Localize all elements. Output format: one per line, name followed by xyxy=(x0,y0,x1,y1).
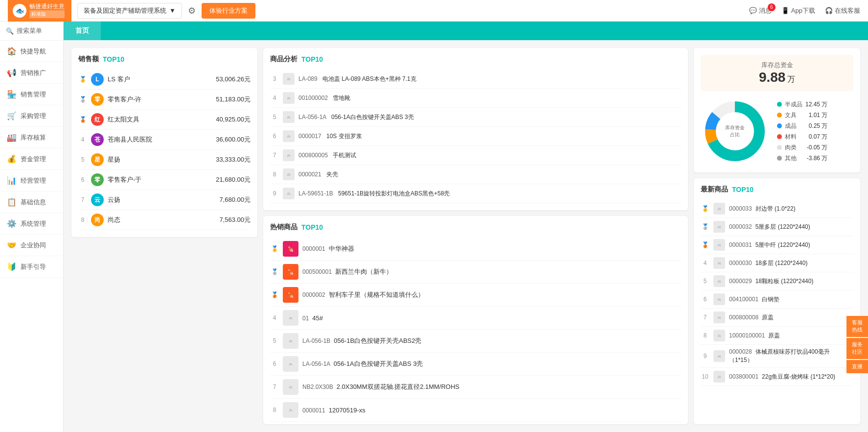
sidebar-item-purchase[interactable]: 🛒 采购管理 xyxy=(0,105,63,127)
rank-badge-bronze: 🥉 xyxy=(701,241,709,248)
customer-name: 零售客户-于 xyxy=(108,175,212,184)
product-name: 056-1A白色按键开关盖ABS 3壳 xyxy=(331,114,414,120)
sidebar-item-cooperation[interactable]: 🤝 企业协同 xyxy=(0,235,63,256)
logo-icon: 🐟 xyxy=(13,4,26,18)
avatar: 苍 xyxy=(91,133,104,146)
inventory-legend: 半成品 12.45 万 文具 1.01 万 成品 0.25 万 材料 0.07 … xyxy=(777,100,827,163)
legend-category-value: 1.01 万 xyxy=(809,111,828,120)
product-info: 0000001 中华神器 xyxy=(302,244,681,253)
legend-category-value: -0.05 万 xyxy=(807,144,828,152)
float-customer-service[interactable]: 客服热线 xyxy=(846,316,868,337)
inventory-summary: 库存总资金 9.88 万 xyxy=(701,55,853,91)
legend-category-value: -3.86 万 xyxy=(807,154,828,163)
product-img: Ai xyxy=(283,130,295,142)
product-img: Ai xyxy=(283,188,295,199)
sidebar-item-finance[interactable]: 💰 资金管理 xyxy=(0,148,63,170)
rank-badge-gold: 🥇 xyxy=(270,245,279,252)
sidebar-label-quick-nav: 快捷导航 xyxy=(21,47,46,56)
legend-category-value: 0.07 万 xyxy=(809,133,828,141)
product-info: 000800005 手机测试 xyxy=(298,151,681,160)
sidebar-label-basic: 基础信息 xyxy=(21,198,46,207)
marketing-icon: 📢 xyxy=(7,68,17,77)
customer-row: 6 零 零售客户-于 21,680.00元 xyxy=(78,170,251,190)
product-thumbnail: 🍖 xyxy=(283,287,298,303)
sidebar-item-quick-nav[interactable]: 🏠 快捷导航 xyxy=(0,41,63,62)
sidebar-item-system[interactable]: ⚙️ 系统管理 xyxy=(0,213,63,235)
rank-badge-bronze: 🥉 xyxy=(78,116,87,123)
product-img: Ai xyxy=(283,111,295,123)
float-live[interactable]: 直播 xyxy=(846,360,868,373)
sidebar-item-sales[interactable]: 🏪 销售管理 xyxy=(0,84,63,105)
new-product-thumbnail: Ai xyxy=(713,350,725,362)
rank-badge-gold: 🥇 xyxy=(701,205,709,212)
rank-number: 6 xyxy=(701,296,709,303)
hot-products-title: 热销商品 TOP10 xyxy=(270,223,681,232)
svg-text:占比: 占比 xyxy=(730,132,740,137)
rank-number: 9 xyxy=(270,190,279,197)
product-info: 001000002 雪地靴 xyxy=(298,94,681,102)
rank-number: 7 xyxy=(78,196,87,203)
customer-amount: 7,563.00元 xyxy=(219,216,251,224)
new-product-code: 004100001 xyxy=(729,296,760,303)
mid-product-row: 4 Ai 001000002 雪地靴 xyxy=(270,89,681,108)
customer-amount: 53,006.26元 xyxy=(216,75,251,84)
new-product-code: 0000028 xyxy=(729,348,754,355)
new-product-row: 🥈 Ai 0000032 5厘多层 (1220*2440) xyxy=(701,218,853,236)
online-service-item[interactable]: 🎧 在线客服 xyxy=(825,6,860,15)
app-download-item[interactable]: 📱 App下载 xyxy=(781,6,815,15)
rank-number: 8 xyxy=(270,407,279,413)
mid-product-row: 3 Ai LA-089 电池盖 LA-089 ABS本色+黑种 7.1克 xyxy=(270,70,681,89)
sidebar-item-basic[interactable]: 📋 基础信息 xyxy=(0,192,63,213)
customer-row: 7 云 云扬 7,680.00元 xyxy=(78,190,251,210)
product-name: 手机测试 xyxy=(333,152,356,159)
sidebar-item-inventory[interactable]: 🏭 库存核算 xyxy=(0,127,63,148)
product-code: LA-056-1B xyxy=(302,337,332,344)
rank-badge-silver: 🥈 xyxy=(270,268,279,275)
mid-product-row: 7 Ai 000800005 手机测试 xyxy=(270,146,681,165)
float-community[interactable]: 服务社区 xyxy=(846,338,868,359)
legend-item: 半成品 12.45 万 xyxy=(777,100,827,109)
new-product-info: 0000033 封边带 (1.0*22) xyxy=(729,205,853,213)
product-code: 000800005 xyxy=(298,152,331,159)
new-product-info: 0000030 18多层 (1220*2440) xyxy=(729,259,853,267)
new-product-info: 10000100001 原盖 xyxy=(729,332,853,340)
product-thumbnail: 🍖 xyxy=(283,264,298,280)
new-product-row: 4 Ai 0000030 18多层 (1220*2440) xyxy=(701,254,853,272)
sidebar-label-purchase: 采购管理 xyxy=(21,112,46,120)
rank-number: 5 xyxy=(270,114,279,120)
basic-icon: 📋 xyxy=(7,197,17,207)
top-header: 🐟 畅捷通好生意 标准版 装备及固定资产辅助管理系统 ▼ ⚙ 体验行业方案 💬 … xyxy=(0,0,868,22)
sidebar-search[interactable]: 🔍 搜索菜单 xyxy=(0,22,63,41)
system-selector[interactable]: 装备及固定资产辅助管理系统 ▼ xyxy=(77,3,182,19)
online-service-label: 在线客服 xyxy=(835,6,860,15)
sidebar-item-operation[interactable]: 📊 经营管理 xyxy=(0,170,63,192)
rank-number: 6 xyxy=(270,360,279,367)
product-info: 0000017 10S 变扭罗浆 xyxy=(298,132,681,141)
legend-category-value: 12.45 万 xyxy=(805,100,827,109)
avatar: L xyxy=(91,73,104,86)
product-code: 000500001 xyxy=(302,268,333,275)
header-right: 💬 消息 6 📱 App下载 🎧 在线客服 xyxy=(749,6,860,15)
customer-row: 8 尚 尚态 7,563.00元 xyxy=(78,210,251,230)
tab-home[interactable]: 首页 xyxy=(64,22,101,40)
rank-number: 6 xyxy=(78,176,87,183)
legend-category-name: 肉类 xyxy=(785,144,804,152)
inventory-unit: 万 xyxy=(787,75,795,83)
rank-number: 4 xyxy=(270,95,279,101)
inventory-icon: 🏭 xyxy=(7,133,17,142)
app-name: 畅捷通好生意 xyxy=(29,3,65,11)
rank-number: 7 xyxy=(701,314,709,321)
settings-icon[interactable]: ⚙ xyxy=(188,5,196,16)
message-item[interactable]: 💬 消息 6 xyxy=(749,6,772,15)
new-product-info: 004100001 白钢垫 xyxy=(729,295,853,304)
customer-name: 零售客户-许 xyxy=(108,95,212,104)
hot-product-row: 7 Ai NB2.0X30B 2.0X30MM双搓花轴.搓花直径2.1MM/RO… xyxy=(270,376,681,399)
product-code: 0000001 xyxy=(302,245,327,252)
customer-amount: 40,925.00元 xyxy=(216,115,251,124)
trial-button[interactable]: 体验行业方案 xyxy=(202,3,255,19)
new-product-name: 封边带 (1.0*22) xyxy=(755,205,796,212)
sidebar-item-marketing[interactable]: 📢 营销推广 xyxy=(0,62,63,84)
legend-category-name: 成品 xyxy=(785,122,806,130)
sidebar-item-guide[interactable]: 🔰 新手引导 xyxy=(0,256,63,278)
legend-item: 肉类 -0.05 万 xyxy=(777,144,827,152)
